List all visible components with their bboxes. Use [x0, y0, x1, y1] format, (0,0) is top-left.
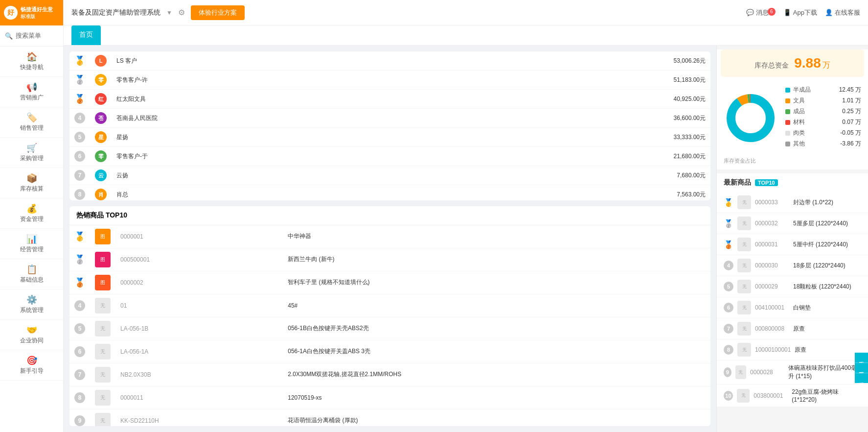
message-badge: 6 [768, 8, 776, 16]
product-code: 0000033 [755, 199, 789, 206]
float-btn-community[interactable]: 服务社区 [855, 363, 868, 373]
rank-number: 4 [74, 113, 85, 123]
hot-product-row: 9 无 KK-SD22110H 花语萌恒温分离桶袋 (厚款) [69, 409, 710, 426]
dropdown-arrow-icon[interactable]: ▼ [166, 9, 172, 16]
inventory-icon: 📦 [26, 173, 37, 184]
product-name: 原查 [795, 346, 806, 354]
finance-icon: 💰 [26, 203, 37, 214]
product-img-placeholder: 无 [737, 195, 751, 209]
search-menu-btn[interactable]: 🔍 搜索菜单 [0, 25, 63, 47]
product-code: 0000001 [115, 225, 283, 248]
legend-material: 材料 0.07 万 [785, 118, 861, 126]
message-icon: 💬 [746, 9, 754, 16]
sidebar-item-sales[interactable]: 🏷️ 销售管理 [0, 107, 63, 138]
sales-icon: 🏷️ [26, 112, 37, 123]
hot-product-row: 7 无 NB2.0X30B 2.0X30MM双搓花轴,搓花直径2.1MM/ROH… [69, 363, 710, 386]
inventory-legend: 半成品 12.45 万 文具 1.01 万 成品 0.25 万 [785, 86, 861, 150]
customer-amount: 21,680.00元 [440, 147, 710, 166]
float-btn-live[interactable]: 直播 [855, 373, 868, 383]
search-icon: 🔍 [5, 32, 13, 40]
product-code: 000500001 [115, 248, 283, 271]
legend-dot-other [785, 142, 790, 146]
inventory-chart-label: 库存资金占比 [717, 155, 868, 169]
app-download-btn[interactable]: 📱 App下载 [783, 8, 817, 17]
customer-name: LS 客户 [112, 51, 440, 71]
topbar-right: 💬 消息 6 📱 App下载 👤 在线客服 [746, 8, 860, 17]
product-code: 0000029 [755, 283, 789, 290]
product-code: 0000031 [755, 241, 789, 248]
customer-name: 云扬 [112, 166, 440, 185]
customer-name: 苍南县人民医院 [112, 109, 440, 128]
customer-amount: 33,333.00元 [440, 128, 710, 147]
product-name: 22g鱼豆腐-烧烤味 (1*12*20) [792, 388, 861, 403]
customer-amount: 51,183.00元 [440, 71, 710, 90]
sidebar-item-purchase[interactable]: 🛒 采购管理 [0, 138, 63, 168]
system-icon: ⚙️ [26, 294, 37, 305]
phone-icon: 📱 [783, 9, 791, 16]
medal-icon: 🥇 [724, 198, 733, 207]
customer-avatar: 零 [95, 150, 107, 162]
sidebar-item-operations[interactable]: 📊 经营管理 [0, 229, 63, 259]
tab-home[interactable]: 首页 [71, 25, 101, 45]
hot-product-row: 🥇 图 0000001 中华神器 [69, 225, 710, 248]
product-code: 000800008 [755, 325, 789, 332]
hot-product-row: 5 无 LA-056-1B 056-1B白色按键开关壳ABS2壳 [69, 317, 710, 340]
new-product-row: 6 无 004100001 白钢垫 [717, 297, 868, 318]
product-code: 10000100001 [755, 346, 791, 353]
rank-number: 5 [724, 282, 733, 291]
legend-finished: 成品 0.25 万 [785, 107, 861, 116]
hot-products-header: 热销商品 TOP10 [69, 206, 710, 225]
content-area: 🥇 L LS 客户 53,006.26元 🥈 零 零售客户-许 51,183.0… [64, 46, 868, 432]
product-name: 056-1B白色按键开关壳ABS2壳 [283, 317, 710, 340]
rank-number: 6 [74, 346, 85, 357]
hot-products-title: 热销商品 TOP10 [76, 211, 127, 220]
product-image: 图 [95, 275, 111, 290]
product-img-placeholder: 无 [737, 343, 751, 357]
customer-rank-row: 5 星 星扬 33,333.00元 [69, 128, 710, 147]
online-service-btn[interactable]: 👤 在线客服 [825, 8, 860, 17]
inventory-total-unit: 万 [822, 61, 830, 69]
product-code: 0000011 [115, 386, 283, 409]
sidebar-item-inventory[interactable]: 📦 库存核算 [0, 168, 63, 198]
try-plan-button[interactable]: 体验行业方案 [191, 5, 245, 20]
operations-icon: 📊 [26, 234, 37, 244]
customer-rank-row: 7 云 云扬 7,680.00元 [69, 166, 710, 185]
product-img-placeholder: 无 [737, 322, 751, 336]
customer-amount: 7,563.00元 [440, 185, 710, 200]
customer-rank-row: 🥉 红 红太阳文具 40,925.00元 [69, 90, 710, 109]
rank-number: 6 [74, 151, 85, 162]
sidebar-item-basic-info[interactable]: 📋 基础信息 [0, 259, 63, 289]
float-btn-service[interactable]: 客服热线 [855, 353, 868, 363]
product-name: 智利车子里 (规格不知道填什么) [283, 271, 710, 294]
rank-number: 4 [724, 261, 733, 270]
rank-number: 8 [74, 189, 85, 200]
product-name: 2.0X30MM双搓花轴,搓花直径2.1MM/ROHS [283, 363, 710, 386]
message-btn[interactable]: 💬 消息 6 [746, 8, 776, 17]
medal-icon: 🥉 [74, 278, 85, 288]
legend-meat: 肉类 -0.05 万 [785, 129, 861, 137]
new-products-list: 🥇 无 0000033 封边带 (1.0*22) 🥈 无 0000032 5厘多… [717, 192, 868, 407]
sidebar-item-quick-nav[interactable]: 🏠 快捷导航 [0, 47, 63, 77]
customer-amount: 7,680.00元 [440, 166, 710, 185]
product-image-placeholder: 无 [95, 298, 111, 313]
sidebar-item-cooperation[interactable]: 🤝 企业协同 [0, 320, 63, 350]
customer-avatar: 云 [95, 169, 107, 181]
rank-number: 5 [74, 132, 85, 143]
new-product-row: 🥉 无 0000031 5厘中纤 (1220*2440) [717, 234, 868, 255]
product-image-placeholder: 无 [95, 390, 111, 406]
sidebar-item-guide[interactable]: 🎯 新手引导 [0, 350, 63, 381]
sidebar-item-marketing[interactable]: 📢 营销推广 [0, 77, 63, 107]
new-product-row: 7 无 000800008 原查 [717, 318, 868, 339]
product-image-placeholder: 无 [95, 413, 111, 426]
new-product-row: 9 无 0000028 体碗蒸枝味苏打饮品400毫升 (1*15) [717, 360, 868, 384]
medal-icon: 🥉 [74, 94, 85, 104]
topbar: 装备及固定资产辅助管理系统 ▼ ⚙ 体验行业方案 💬 消息 6 📱 App下载 … [64, 0, 868, 25]
product-img-placeholder: 无 [737, 301, 751, 314]
product-code: 003800001 [754, 392, 788, 399]
sidebar-item-system[interactable]: ⚙️ 系统管理 [0, 289, 63, 320]
customer-name: 星扬 [112, 128, 440, 147]
settings-icon[interactable]: ⚙ [178, 8, 185, 17]
inventory-total-label: 库存总资金 [754, 61, 789, 69]
product-name: 花语萌恒温分离桶袋 (厚款) [283, 409, 710, 426]
sidebar-item-finance[interactable]: 💰 资金管理 [0, 198, 63, 229]
